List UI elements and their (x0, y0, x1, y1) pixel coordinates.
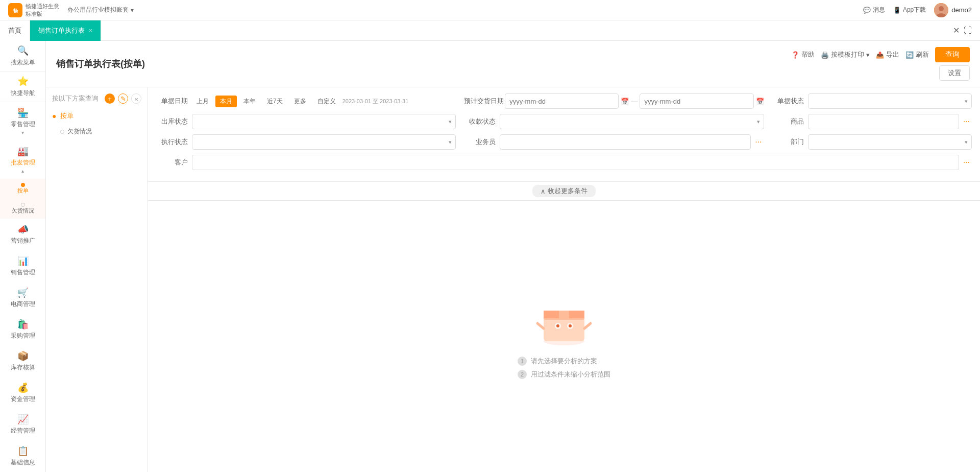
customer-input-area: ··· (192, 155, 972, 170)
query-button[interactable]: 查询 (935, 47, 970, 62)
sidebar-item-sales[interactable]: 📊 销售管理 (0, 250, 45, 282)
sidebar-search-btn[interactable]: 🔍 搜索菜单 (0, 41, 45, 72)
anpan-label: 按单 (17, 187, 29, 195)
sidebar-item-finance[interactable]: 💰 资金管理 (0, 377, 45, 409)
sidebar-item-ecommerce[interactable]: 🛒 电商管理 (0, 282, 45, 314)
tab-close-window-icon[interactable]: ✕ (953, 26, 960, 35)
scheme-collapse-btn[interactable]: « (131, 93, 141, 104)
collection-select[interactable] (500, 114, 764, 129)
product-input-area: ··· (808, 114, 972, 129)
app-download-btn[interactable]: 📱 App下载 (893, 6, 926, 14)
field-execution: 执行状态 (156, 134, 456, 150)
sub-item-anpan[interactable]: 按单 (0, 179, 45, 199)
date-last-month-btn[interactable]: 上月 (192, 96, 213, 107)
collection-select-wrapper (500, 114, 764, 129)
hint-list: 1 请先选择要分析的方案 2 用过滤条件来缩小分析范围 (518, 357, 610, 383)
search-icon: 🔍 (17, 45, 29, 56)
scheme-add-btn[interactable]: + (105, 93, 115, 104)
logo-area: 畅 畅捷通好生意 标准版 (8, 3, 59, 17)
message-icon: 💬 (863, 7, 871, 14)
date-more-btn[interactable]: 更多 (289, 96, 311, 107)
retail-icon: 🏪 (17, 107, 29, 119)
field-salesperson: 业务员 ··· (464, 134, 764, 150)
app-icon: 📱 (893, 7, 901, 14)
field-date: 单据日期 上月 本月 本年 近7天 更多 自定义 20 (156, 96, 456, 107)
marketing-label: 营销推广 (11, 237, 35, 245)
retail-label: 零售管理 (11, 120, 35, 129)
sidebar-item-marketing[interactable]: 📣 营销推广 (0, 219, 45, 250)
sub-item-qiankuan[interactable]: 欠货情况 (0, 199, 45, 219)
department-select[interactable] (808, 134, 972, 150)
username-label: demo2 (951, 6, 972, 14)
svg-point-3 (939, 6, 944, 11)
date-range-text: 2023-03-01 至 2023-03-31 (342, 98, 409, 105)
sidebar-item-inventory[interactable]: 📦 库存核算 (0, 345, 45, 377)
page-action-area: ❓ 帮助 🖨️ 按模板打印 ▾ 📤 导出 🔄 刷新 (791, 47, 970, 81)
department-select-wrapper (808, 134, 972, 150)
company-selector[interactable]: 办公用品行业模拟账套 ▾ (63, 4, 138, 16)
content-area: 销售订单执行表(按单) ❓ 帮助 🖨️ 按模板打印 ▾ 📤 导出 (46, 41, 980, 472)
user-area[interactable]: demo2 (934, 3, 972, 17)
top-bar-left: 畅 畅捷通好生意 标准版 办公用品行业模拟账套 ▾ (8, 3, 138, 17)
salesperson-input[interactable] (500, 134, 751, 150)
collection-label: 收款状态 (464, 117, 500, 126)
status-label: 单据状态 (772, 97, 808, 106)
top-bar-right: 💬 消息 📱 App下载 demo2 (863, 3, 972, 17)
svg-point-13 (569, 324, 572, 327)
svg-marker-9 (569, 311, 584, 318)
execution-select[interactable] (192, 134, 456, 150)
sub-scheme-qiankuan[interactable]: 欠货情况 (54, 124, 148, 139)
collapse-btn[interactable]: ∧ 收起更多条件 (532, 185, 596, 197)
scheme-item-anpan[interactable]: ● 按单 (46, 108, 148, 124)
outbound-select[interactable] (192, 114, 456, 129)
operations-icon: 📈 (17, 414, 29, 425)
hint-item-1: 1 请先选择要分析的方案 (518, 357, 610, 366)
date-custom-btn[interactable]: 自定义 (313, 96, 340, 107)
sidebar-quick-nav[interactable]: ⭐ 快捷导航 (0, 72, 45, 102)
sales-label: 销售管理 (11, 268, 35, 277)
tab-maximize-icon[interactable]: ⛶ (964, 26, 972, 35)
outbound-select-wrapper (192, 114, 456, 129)
field-customer: 客户 ··· (156, 155, 972, 170)
company-chevron-icon: ▾ (131, 7, 134, 14)
date-current-year-btn[interactable]: 本年 (239, 96, 260, 107)
export-icon: 📤 (876, 51, 884, 59)
sidebar-item-basic[interactable]: 📋 基础信息 (0, 440, 45, 472)
customer-label: 客户 (156, 158, 192, 167)
refresh-btn[interactable]: 🔄 刷新 (905, 50, 929, 59)
customer-input[interactable] (192, 155, 959, 170)
top-bar: 畅 畅捷通好生意 标准版 办公用品行业模拟账套 ▾ 💬 消息 📱 App下载 d… (0, 0, 980, 20)
sales-icon: 📊 (17, 255, 29, 267)
print-btn[interactable]: 🖨️ 按模板打印 ▾ (821, 50, 870, 59)
date-last7days-btn[interactable]: 近7天 (262, 96, 287, 107)
wholesale-label: 批发管理 (11, 158, 35, 167)
expected-date-start[interactable] (505, 93, 619, 109)
scheme-edit-btn[interactable]: ✎ (118, 93, 128, 104)
sidebar-item-operations[interactable]: 📈 经营管理 (0, 409, 45, 440)
sidebar-item-purchase[interactable]: 🛍️ 采购管理 (0, 314, 45, 345)
date-current-month-btn[interactable]: 本月 (215, 96, 237, 107)
help-btn[interactable]: ❓ 帮助 (791, 50, 815, 59)
purchase-label: 采购管理 (11, 332, 35, 340)
marketing-icon: 📣 (17, 224, 29, 235)
status-select[interactable] (808, 93, 972, 109)
salesperson-dots-btn[interactable]: ··· (753, 137, 764, 147)
expected-date-end[interactable] (640, 93, 753, 109)
wholesale-icon: 🏭 (17, 146, 29, 157)
finance-icon: 💰 (17, 382, 29, 393)
messages-btn[interactable]: 💬 消息 (863, 6, 885, 14)
search-label: 搜索菜单 (11, 58, 35, 67)
page-header: 销售订单执行表(按单) ❓ 帮助 🖨️ 按模板打印 ▾ 📤 导出 (46, 41, 980, 87)
tab-home[interactable]: 首页 (0, 20, 30, 41)
sidebar-item-wholesale[interactable]: 🏭 批发管理 ▴ (0, 140, 45, 179)
tab-close-icon[interactable]: × (89, 27, 92, 34)
tab-active[interactable]: 销售订单执行表 × (30, 20, 101, 41)
product-input[interactable] (808, 114, 959, 129)
export-btn[interactable]: 📤 导出 (876, 50, 899, 59)
customer-dots-btn[interactable]: ··· (961, 158, 972, 167)
sidebar-item-retail[interactable]: 🏪 零售管理 ▾ (0, 102, 45, 140)
product-dots-btn[interactable]: ··· (961, 117, 972, 126)
quick-nav-label: 快捷导航 (11, 89, 35, 98)
operations-label: 经营管理 (11, 427, 35, 435)
settings-button[interactable]: 设置 (939, 65, 970, 81)
